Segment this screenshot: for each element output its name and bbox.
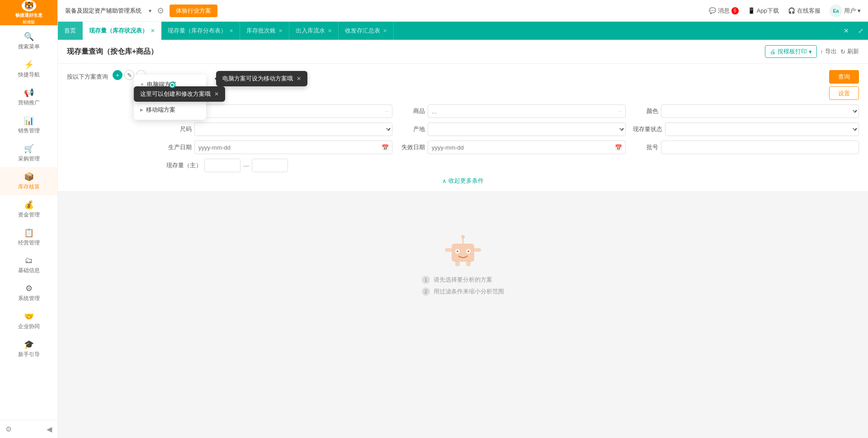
tab-collect-summary[interactable]: 收发存汇总表 ✕ [339,22,394,40]
filter-row-2: 尺码 ▾ 产地 ▾ [166,122,859,136]
topbar: 装备及固定资产辅助管理系统 ▾ ⚙ 体验行业方案 💬 消息 6 📱 App下载 … [58,0,868,22]
batch-input[interactable] [661,141,859,154]
filter-area: 按以下方案查询 + ✎ ← ▼ 电脑端方案 按商品 [58,64,868,192]
industry-btn[interactable]: 体验行业方案 [170,5,217,17]
svg-point-4 [467,250,469,252]
sidebar-item-quick-nav[interactable]: ⚡ 快捷导航 [0,55,57,83]
finance-icon: 💰 [24,200,34,210]
size-select[interactable] [194,122,392,136]
origin-field-group: 产地 ▾ [400,122,626,136]
phone-icon: 📱 [748,7,755,14]
refresh-label: 刷新 [847,47,859,56]
tab-expand-btn[interactable]: ⤢ [854,22,868,40]
sidebar-item-finance[interactable]: 💰 资金管理 [0,195,57,223]
color-label: 颜色 [633,107,658,115]
tab-close-all-btn[interactable]: ✕ [839,22,854,40]
stock-main-from[interactable] [204,159,241,172]
system-dropdown[interactable]: ▾ [149,8,151,14]
refresh-btn[interactable]: ↻ 刷新 [840,47,859,56]
stock-main-to[interactable] [252,159,288,172]
expire-date-input[interactable] [428,141,626,154]
user-item[interactable]: Ea 用户 ▾ [830,5,861,17]
operations-icon: 📋 [24,228,34,238]
empty-hint-1: 1 请先选择要分析的方案 [422,276,492,284]
add-scheme-btn[interactable]: + [113,70,123,80]
origin-label: 产地 [400,125,425,133]
search-btn[interactable]: 查询 [829,70,859,84]
sidebar-item-enterprise[interactable]: 🤝 企业协同 [0,307,57,335]
range-sep: — [243,162,249,169]
hint-num-1: 1 [422,276,430,284]
collapse-sidebar-icon[interactable]: ◀ [47,425,52,433]
tab-in-out-flow[interactable]: 出入库流水 ✕ [289,22,339,40]
goods-input[interactable] [428,104,626,118]
online-support-item[interactable]: 🎧 在线客服 [788,7,821,15]
produce-date-label: 生产日期 [166,143,192,151]
sidebar-item-search-menu[interactable]: 🔍 搜索菜单 [0,27,57,55]
size-label: 尺码 [166,125,192,133]
produce-date-field-group: 生产日期 📅 [166,141,392,154]
filter-row-1: 仓库 ··· 商品 ··· [166,104,859,118]
app-download-item[interactable]: 📱 App下载 [748,7,779,15]
notifications-item[interactable]: 💬 消息 6 [709,7,739,15]
origin-select[interactable] [428,122,626,136]
tab-close-icon[interactable]: ✕ [229,28,233,34]
sidebar-item-label: 系统管理 [18,295,40,302]
stock-status-control: ▾ [665,122,859,136]
notifications-badge: 6 [731,7,739,14]
purchase-icon: 🛒 [24,144,34,154]
tab-close-icon[interactable]: ✕ [328,28,332,34]
empty-illustration [440,228,486,268]
expire-date-label: 失效日期 [400,143,425,151]
notifications-label: 消息 [718,7,730,15]
warehouse-input[interactable] [194,104,392,118]
svg-point-6 [461,235,465,239]
tooltip1-close[interactable]: ✕ [297,75,301,82]
stock-status-select[interactable] [665,122,859,136]
expand-icon: ▶ [140,108,143,112]
sidebar-item-operations[interactable]: 📋 经营管理 [0,223,57,251]
sidebar-nav: 🔍 搜索菜单 ⚡ 快捷导航 📢 营销推广 📊 销售管理 🛒 采购管理 📦 库存核… [0,25,57,420]
sales-icon: 📊 [24,116,34,126]
notification-icon: 💬 [709,7,716,14]
tooltip2-close[interactable]: ✕ [214,91,219,97]
export-btn[interactable]: ↑ 导出 [821,47,837,56]
reset-btn[interactable]: 设置 [829,86,859,100]
tab-inventory-status[interactable]: 现存量（库存状况表） ✕ [83,22,161,40]
tabbar: 首页 现存量（库存状况表） ✕ 现存量（库存分布表） ✕ 库存批次账 ✕ 出入库… [58,22,868,40]
tab-home[interactable]: 首页 [58,22,83,40]
scheme-tooltip2: 这里可以创建和修改方案哦 ✕ [134,86,225,102]
template-print-btn[interactable]: 🖨 按模板打印 ▾ [765,45,817,58]
goods-label: 商品 [400,107,425,115]
topbar-right: 💬 消息 6 📱 App下载 🎧 在线客服 Ea 用户 ▾ [709,5,861,17]
produce-date-input[interactable] [194,141,392,154]
svg-point-3 [457,250,458,252]
tab-close-icon[interactable]: ✕ [383,28,387,34]
tab-batch-account[interactable]: 库存批次账 ✕ [240,22,289,40]
sidebar-item-purchase[interactable]: 🛒 采购管理 [0,139,57,167]
filter-row-3: 生产日期 📅 失效日期 📅 [166,141,859,154]
tab-inventory-dist[interactable]: 现存量（库存分布表） ✕ [161,22,240,40]
guide-icon: 🎓 [24,339,34,349]
sidebar-item-inventory[interactable]: 📦 库存核算 [0,167,57,195]
settings-footer-icon[interactable]: ⚙ [5,425,12,433]
filter-row-4: 现存量（主） — [166,159,859,172]
edit-scheme-btn[interactable]: ✎ [124,70,134,80]
filter-action-buttons: 查询 设置 [829,70,859,100]
color-select[interactable] [661,104,859,118]
sidebar-item-basic-info[interactable]: 🗂 基础信息 [0,251,57,279]
sidebar-item-label: 库存核算 [18,183,40,191]
collapse-btn[interactable]: ∧ 收起更多条件 [67,177,859,185]
online-support-label: 在线客服 [797,7,821,15]
scheme-tooltip1: 电脑方案可设为移动方案哦 ✕ [216,71,307,86]
sidebar-item-sales[interactable]: 📊 销售管理 [0,111,57,139]
sidebar-item-marketing[interactable]: 📢 营销推广 [0,83,57,111]
tab-close-icon[interactable]: ✕ [151,28,155,34]
sidebar-item-guide[interactable]: 🎓 新手引导 [0,335,57,363]
tooltip1-text: 电脑方案可设为移动方案哦 [222,75,293,83]
basic-info-icon: 🗂 [25,256,33,265]
mobile-scheme-item[interactable]: ▶ 移动端方案 [134,104,206,116]
sidebar-item-system[interactable]: ⚙ 系统管理 [0,279,57,307]
settings-icon[interactable]: ⚙ [157,6,164,16]
tab-close-icon[interactable]: ✕ [278,28,283,34]
